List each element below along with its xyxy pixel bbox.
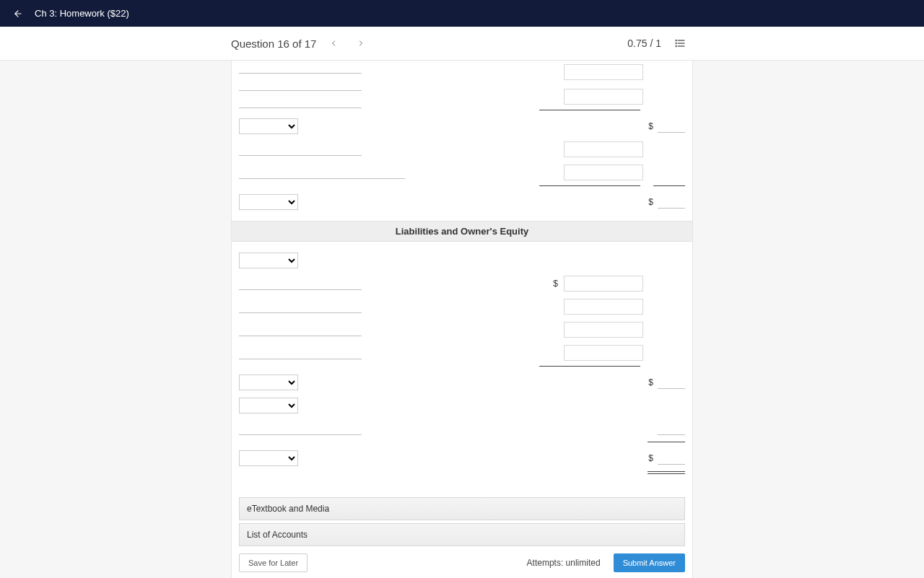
etextbook-accordion[interactable]: eTextbook and Media [239, 497, 685, 520]
question-bar: Question 16 of 17 0.75 / 1 [0, 27, 924, 61]
actions-row: Save for Later Attempts: unlimited Submi… [239, 553, 685, 572]
account-line[interactable] [239, 346, 362, 359]
subtotal-input[interactable] [658, 422, 685, 435]
account-line[interactable] [239, 78, 362, 91]
subtotal-input[interactable] [658, 166, 685, 179]
prev-question-button[interactable] [323, 33, 344, 53]
attempts-label: Attempts: unlimited [527, 558, 601, 568]
account-line[interactable] [239, 277, 362, 290]
svg-point-6 [676, 45, 676, 46]
list-of-accounts-accordion[interactable]: List of Accounts [239, 523, 685, 546]
account-line[interactable] [239, 61, 362, 74]
account-line[interactable] [239, 422, 362, 435]
amount-input[interactable] [564, 64, 643, 80]
category-select[interactable] [239, 194, 298, 210]
dollar-sign: $ [648, 377, 653, 387]
question-label: Question 16 of 17 [231, 38, 316, 50]
dollar-sign: $ [648, 453, 653, 463]
amount-input[interactable] [564, 141, 643, 157]
amount-input[interactable] [564, 89, 643, 105]
subtotal-input[interactable] [658, 376, 685, 389]
account-line[interactable] [239, 166, 405, 179]
svg-point-4 [676, 40, 676, 40]
category-select[interactable] [239, 375, 298, 390]
account-line[interactable] [239, 300, 362, 313]
total-input[interactable] [658, 452, 685, 465]
liabilities-header: Liabilities and Owner's Equity [232, 221, 692, 242]
account-line[interactable] [239, 95, 362, 108]
save-for-later-button[interactable]: Save for Later [239, 553, 308, 572]
submit-answer-button[interactable]: Submit Answer [614, 553, 685, 572]
svg-point-5 [676, 43, 676, 43]
subtotal-input[interactable] [658, 196, 685, 209]
amount-input[interactable] [564, 276, 643, 292]
account-line[interactable] [239, 323, 362, 336]
amount-input[interactable] [564, 165, 643, 180]
amount-input[interactable] [564, 345, 643, 361]
dollar-sign: $ [648, 121, 653, 131]
dollar-sign: $ [648, 197, 653, 207]
question-list-icon[interactable] [674, 38, 686, 49]
subtotal-input[interactable] [658, 120, 685, 133]
next-question-button[interactable] [351, 33, 371, 53]
score-label: 0.75 / 1 [627, 38, 661, 49]
category-select[interactable] [239, 398, 298, 413]
worksheet: $ [231, 61, 693, 578]
amount-input[interactable] [564, 299, 643, 315]
category-select[interactable] [239, 450, 298, 466]
top-bar: Ch 3: Homework ($22) [0, 0, 924, 27]
amount-input[interactable] [564, 322, 643, 338]
account-line[interactable] [239, 143, 362, 156]
content-wrap: $ [0, 61, 924, 578]
assignment-title: Ch 3: Homework ($22) [35, 8, 129, 19]
dollar-sign: $ [553, 279, 558, 289]
category-select[interactable] [239, 118, 298, 134]
category-select[interactable] [239, 253, 298, 268]
back-arrow-icon[interactable] [12, 7, 25, 20]
